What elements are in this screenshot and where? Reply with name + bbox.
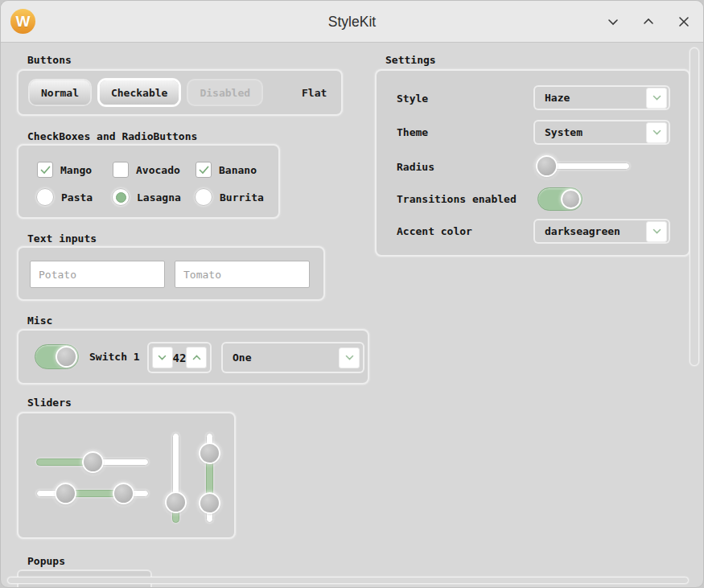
radio-label: Lasagna (137, 191, 181, 204)
theme-value: System (535, 126, 646, 138)
checkbox-mango[interactable]: Mango (37, 162, 92, 178)
checkbox-label: Avocado (136, 164, 180, 176)
chevron-down-icon (653, 95, 661, 101)
checkbox-unchecked-icon[interactable] (113, 162, 129, 178)
potato-input[interactable] (30, 261, 165, 288)
theme-label: Theme (397, 126, 428, 138)
radio-burrita[interactable]: Burrita (195, 188, 264, 206)
window-controls (605, 1, 692, 43)
theme-dropdown[interactable]: System (533, 120, 670, 145)
dropdown-chevron-button[interactable] (646, 88, 667, 109)
combo-value: One (223, 352, 339, 364)
chevron-up-icon (192, 355, 201, 360)
switch-1-toggle[interactable] (35, 344, 79, 369)
dropdown-chevron-button[interactable] (646, 221, 667, 242)
popups-section-label: Popups (27, 555, 65, 567)
slider-handle-high[interactable] (199, 492, 220, 514)
settings-panel: Style Haze Theme System Radius (375, 69, 690, 257)
spin-up-button[interactable] (186, 347, 207, 368)
tomato-input[interactable] (175, 261, 310, 288)
spinbox: 42 (147, 342, 212, 373)
style-value: Haze (535, 92, 646, 104)
scroll-content: Buttons Normal Checkable Disabled Flat C… (1, 43, 703, 587)
radio-checked-icon[interactable] (112, 188, 130, 206)
chevron-down-icon (653, 228, 661, 234)
sliders-panel (17, 412, 236, 539)
slider-handle-low[interactable] (55, 483, 76, 504)
accent-color-dropdown[interactable]: darkseagreen (533, 219, 670, 244)
checks-panel: Mango Avocado Banano Pasta Lasagna (17, 144, 280, 219)
checkbox-checked-icon[interactable] (196, 162, 212, 178)
chevron-down-icon (653, 130, 661, 135)
radio-unchecked-icon[interactable] (195, 188, 212, 206)
horizontal-scrollbar-thumb[interactable] (7, 577, 689, 584)
spin-down-button[interactable] (152, 347, 173, 368)
checkbox-checked-icon[interactable] (37, 162, 53, 178)
slider-handle[interactable] (165, 491, 187, 513)
sliders-section-label: Sliders (27, 397, 72, 409)
close-button[interactable] (676, 14, 692, 30)
radio-unchecked-icon[interactable] (36, 188, 54, 206)
chevron-down-icon (606, 14, 620, 29)
app-window: W StyleKit Buttons Normal Checkable Disa… (0, 0, 704, 588)
misc-section-label: Misc (27, 315, 52, 327)
slider-handle-low[interactable] (199, 442, 220, 464)
normal-button[interactable]: Normal (30, 80, 90, 105)
dropdown-chevron-button[interactable] (646, 122, 667, 143)
slider-handle-high[interactable] (113, 483, 134, 504)
switch-knob[interactable] (561, 189, 581, 209)
checkbox-label: Banano (219, 164, 257, 176)
checkbox-label: Mango (60, 164, 92, 176)
accent-color-label: Accent color (397, 225, 472, 237)
switch-1-label: Switch 1 (89, 351, 140, 363)
misc-panel: Switch 1 42 One (17, 329, 369, 384)
transitions-label: Transitions enabled (397, 193, 517, 205)
buttons-section-label: Buttons (27, 54, 72, 66)
style-dropdown[interactable]: Haze (533, 85, 670, 110)
chevron-down-icon (158, 355, 167, 360)
transitions-toggle[interactable] (537, 187, 583, 211)
checkbox-banano[interactable]: Banano (196, 162, 257, 178)
radio-label: Burrita (220, 191, 264, 204)
radius-label: Radius (397, 161, 434, 173)
text-inputs-section-label: Text inputs (27, 232, 97, 245)
minimize-button[interactable] (605, 14, 621, 30)
slider-handle[interactable] (82, 451, 104, 473)
text-inputs-panel (17, 246, 325, 301)
slider-handle[interactable] (536, 155, 558, 177)
misc-combobox[interactable]: One (221, 342, 364, 373)
switch-knob[interactable] (56, 346, 77, 368)
disabled-button: Disabled (188, 80, 261, 105)
flat-button[interactable]: Flat (290, 80, 338, 105)
radio-lasagna[interactable]: Lasagna (112, 188, 181, 206)
maximize-button[interactable] (640, 14, 657, 30)
window-title: StyleKit (1, 1, 703, 43)
settings-section-label: Settings (385, 54, 436, 66)
x-icon (677, 14, 691, 29)
chevron-down-icon (345, 355, 354, 360)
checkable-button[interactable]: Checkable (100, 80, 179, 105)
radio-label: Pasta (61, 191, 93, 204)
chevron-up-icon (641, 14, 656, 29)
vertical-scrollbar-thumb[interactable] (690, 47, 699, 366)
titlebar: W StyleKit (1, 1, 703, 43)
checks-section-label: CheckBoxes and RadioButtons (27, 130, 197, 142)
checkbox-avocado[interactable]: Avocado (113, 162, 180, 178)
buttons-panel: Normal Checkable Disabled Flat (17, 69, 343, 116)
spin-value: 42 (173, 352, 187, 364)
radio-pasta[interactable]: Pasta (36, 188, 93, 206)
accent-color-value: darkseagreen (535, 225, 646, 237)
combo-dropdown-button[interactable] (339, 347, 360, 368)
style-label: Style (397, 93, 428, 105)
